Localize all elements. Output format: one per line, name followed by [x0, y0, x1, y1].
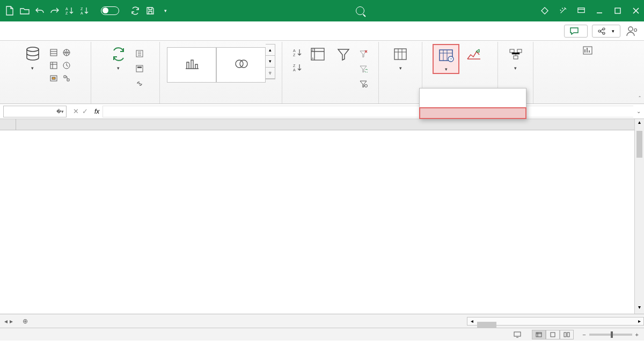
sort-az-icon[interactable]: AZ: [64, 5, 75, 16]
queries-icon[interactable]: [134, 48, 145, 60]
advanced-icon[interactable]: [357, 78, 369, 90]
svg-rect-43: [567, 333, 569, 337]
scroll-thumb[interactable]: [636, 131, 642, 158]
sort-small: AZ ZA: [291, 44, 304, 74]
new-file-icon[interactable]: [4, 5, 15, 16]
cancel-formula-icon[interactable]: ✕: [73, 107, 79, 115]
scroll-left-icon[interactable]: ◂: [467, 318, 476, 324]
get-data-button[interactable]: ▾: [19, 44, 46, 72]
zoom-out-icon[interactable]: −: [582, 331, 586, 338]
sheet-nav[interactable]: ◂▸: [0, 317, 17, 325]
maximize-icon[interactable]: [614, 7, 621, 14]
wand-icon[interactable]: [559, 7, 567, 14]
get-data-small-buttons: [47, 44, 72, 84]
normal-view-button[interactable]: [532, 330, 546, 339]
autosave-toggle[interactable]: [98, 6, 122, 15]
collaborator-icon[interactable]: [625, 24, 640, 39]
scroll-right-icon[interactable]: ▸: [635, 318, 643, 324]
accept-formula-icon[interactable]: ✓: [82, 107, 88, 115]
share-button[interactable]: ▾: [592, 25, 620, 38]
sort-za-icon[interactable]: ZA: [79, 5, 90, 16]
collapse-ribbon-icon[interactable]: ˆ: [639, 95, 641, 102]
svg-point-6: [603, 28, 605, 30]
comments-button[interactable]: [564, 25, 588, 38]
from-csv-icon[interactable]: [48, 47, 60, 58]
what-if-analysis-button[interactable]: ? ▾: [433, 44, 459, 74]
select-all-corner[interactable]: [0, 119, 16, 130]
existing-conn-icon[interactable]: [48, 72, 60, 84]
group-queries: ▾: [91, 42, 160, 104]
data-tools-button[interactable]: ▾: [387, 44, 414, 72]
sync-icon[interactable]: [130, 5, 141, 16]
svg-text:A: A: [80, 11, 83, 15]
ribbon-mode-icon[interactable]: [577, 7, 585, 14]
zoom-slider[interactable]: [589, 334, 632, 336]
horizontal-scrollbar[interactable]: ◂ ▸: [467, 317, 644, 326]
ribbon-content: ▾ ▾: [0, 41, 644, 104]
save-icon[interactable]: [145, 5, 156, 16]
scroll-up-icon[interactable]: ▴: [635, 119, 644, 129]
toggle-switch-icon[interactable]: [101, 6, 119, 15]
properties-icon[interactable]: [134, 63, 145, 75]
data-types-scroller[interactable]: ▴▾▿: [266, 44, 275, 79]
svg-point-7: [598, 30, 601, 32]
menu-scenario-manager[interactable]: [420, 88, 526, 98]
diamond-icon[interactable]: [541, 7, 548, 14]
sort-button[interactable]: ZA: [305, 44, 330, 65]
search-icon[interactable]: [356, 6, 364, 15]
svg-rect-12: [50, 49, 57, 56]
zoom-control[interactable]: − +: [582, 331, 639, 338]
svg-point-9: [628, 27, 633, 31]
display-settings-button[interactable]: [514, 331, 523, 338]
chevron-down-icon[interactable]: �▾: [56, 109, 64, 114]
vertical-scrollbar[interactable]: ▴ ▾: [634, 119, 644, 314]
connections-icon[interactable]: [61, 72, 72, 84]
outline-icon: [507, 45, 525, 63]
close-icon[interactable]: [632, 7, 640, 14]
data-analysis-button[interactable]: [581, 44, 597, 57]
svg-rect-31: [394, 49, 406, 60]
reapply-icon[interactable]: [357, 63, 369, 75]
fx-label[interactable]: fx: [91, 108, 103, 115]
page-break-view-button[interactable]: [560, 330, 574, 339]
menu-goal-seek[interactable]: [420, 98, 526, 108]
zoom-in-icon[interactable]: +: [635, 331, 639, 338]
from-web-icon[interactable]: [61, 47, 72, 58]
redo-icon[interactable]: [49, 5, 60, 16]
recent-sources-icon[interactable]: [61, 60, 72, 71]
queries-small-buttons: [133, 44, 146, 90]
svg-rect-40: [536, 333, 541, 337]
stocks-button[interactable]: [167, 47, 216, 83]
what-if-dropdown: [419, 88, 526, 119]
currencies-button[interactable]: [216, 47, 266, 83]
status-bar: − +: [0, 328, 644, 341]
sort-desc-icon[interactable]: ZA: [292, 62, 304, 73]
edit-links-icon[interactable]: [134, 78, 145, 90]
page-layout-view-button[interactable]: [546, 330, 560, 339]
refresh-all-button[interactable]: ▾: [105, 44, 132, 72]
scroll-down-icon[interactable]: ▾: [635, 304, 644, 314]
open-file-icon[interactable]: [19, 5, 30, 16]
qat-more-icon[interactable]: ▾: [160, 5, 171, 16]
forecast-sheet-button[interactable]: [460, 44, 487, 65]
formula-input[interactable]: [103, 106, 633, 117]
svg-point-11: [27, 47, 39, 51]
add-sheet-button[interactable]: ⊕: [17, 317, 33, 325]
name-box[interactable]: �▾: [3, 106, 67, 117]
scroll-thumb[interactable]: [477, 322, 496, 328]
expand-formula-icon[interactable]: ⌄: [633, 108, 644, 114]
filter-button[interactable]: [331, 44, 356, 65]
minimize-icon[interactable]: [596, 7, 603, 14]
clear-filter-icon[interactable]: [357, 48, 369, 60]
outline-button[interactable]: ▾: [502, 44, 529, 72]
group-data-types: ▴▾▿: [160, 42, 282, 104]
undo-icon[interactable]: [34, 5, 45, 16]
from-table-icon[interactable]: [48, 60, 60, 71]
sort-asc-icon[interactable]: AZ: [292, 47, 304, 58]
data-tools-icon: [391, 45, 409, 63]
ribbon-tab-strip: ▾: [0, 21, 644, 41]
svg-text:A: A: [65, 7, 68, 11]
svg-rect-4: [578, 8, 584, 13]
menu-data-table[interactable]: [419, 107, 526, 119]
svg-rect-39: [514, 332, 521, 336]
